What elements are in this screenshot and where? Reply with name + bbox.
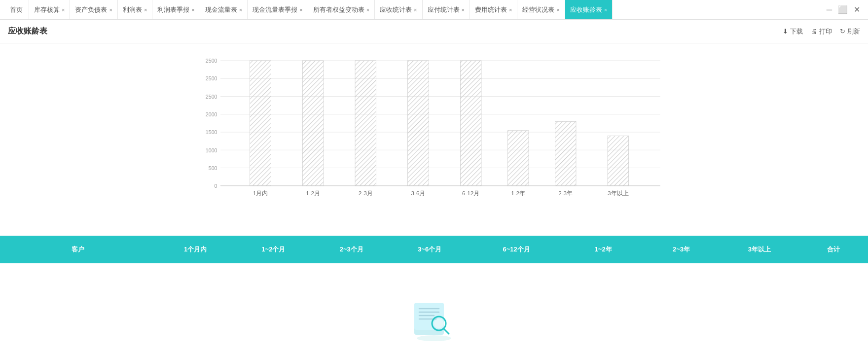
page-header: 应收账龄表 ⬇ 下载 🖨 打印 ↻ 刷新 — [0, 20, 868, 43]
svg-text:1-2年: 1-2年 — [511, 190, 525, 196]
tab-label: 利润表季报 — [157, 5, 189, 14]
main-content: 2500 2500 2500 2000 1500 1000 500 0 — [0, 43, 868, 355]
svg-text:6-12月: 6-12月 — [462, 190, 479, 196]
close-icon[interactable]: × — [509, 7, 512, 13]
col-label: 1~2年 — [595, 245, 612, 254]
tab-label: 费用统计表 — [475, 5, 507, 14]
header-actions: ⬇ 下载 🖨 打印 ↻ 刷新 — [783, 27, 860, 36]
col-label: 6~12个月 — [503, 245, 530, 254]
bar-3yplus — [608, 136, 629, 185]
col-label: 3~6个月 — [418, 245, 441, 254]
tab-ar-stat[interactable]: 应收统计表 × — [375, 0, 422, 20]
tab-label: 经营状况表 — [522, 5, 554, 14]
svg-text:2-3年: 2-3年 — [558, 190, 573, 196]
svg-point-26 — [417, 335, 451, 341]
print-label: 打印 — [819, 27, 832, 36]
svg-line-35 — [444, 329, 449, 334]
chart-area: 2500 2500 2500 2000 1500 1000 500 0 — [0, 43, 868, 236]
download-button[interactable]: ⬇ 下载 — [783, 27, 803, 36]
svg-text:2500: 2500 — [206, 75, 217, 81]
tab-balance[interactable]: 资产负债表 × — [70, 0, 117, 20]
close-icon[interactable]: × — [109, 7, 112, 13]
tab-equity[interactable]: 所有者权益变动表 × — [308, 0, 375, 20]
col-label: 1~2个月 — [261, 245, 285, 254]
svg-text:3-6月: 3-6月 — [411, 190, 426, 196]
empty-illustration — [404, 293, 464, 344]
col-label: 3年以上 — [748, 245, 771, 254]
svg-text:500: 500 — [209, 165, 217, 171]
page-title: 应收账龄表 — [8, 26, 47, 36]
svg-text:2500: 2500 — [206, 58, 217, 64]
col-header-1m: 1个月内 — [156, 245, 234, 254]
close-icon[interactable]: × — [144, 7, 147, 13]
col-header-1-2m: 1~2个月 — [234, 245, 312, 254]
close-icon[interactable]: × — [191, 7, 194, 13]
tab-label: 资产负债表 — [75, 5, 107, 14]
tab-label: 应付统计表 — [428, 5, 460, 14]
empty-area — [0, 263, 868, 355]
tab-inventory[interactable]: 库存核算 × — [29, 0, 70, 20]
col-label: 2~3年 — [673, 245, 690, 254]
svg-text:1-2月: 1-2月 — [306, 190, 320, 196]
col-header-3y: 3年以上 — [721, 245, 798, 254]
bar-1-2m — [302, 61, 324, 186]
svg-text:0: 0 — [215, 183, 217, 189]
tab-home[interactable]: 首页 — [4, 0, 29, 20]
col-header-customer: 客户 — [0, 245, 156, 254]
bar-2-3m — [355, 61, 376, 186]
tab-home-label: 首页 — [10, 5, 23, 14]
close-icon[interactable]: × — [366, 7, 369, 13]
close-icon[interactable]: × — [299, 7, 302, 13]
tab-cashflow[interactable]: 现金流量表 × — [200, 0, 248, 20]
tab-cashflow-q[interactable]: 现金流量表季报 × — [248, 0, 308, 20]
download-icon: ⬇ — [783, 28, 788, 35]
tab-expense[interactable]: 费用统计表 × — [470, 0, 517, 20]
close-icon[interactable]: × — [462, 7, 465, 13]
tab-label: 应收统计表 — [380, 5, 412, 14]
print-button[interactable]: 🖨 打印 — [811, 27, 832, 36]
tab-profit[interactable]: 利润表 × — [118, 0, 152, 20]
svg-text:1000: 1000 — [206, 147, 217, 153]
col-header-2-3y: 2~3年 — [642, 245, 720, 254]
svg-text:2-3月: 2-3月 — [359, 190, 373, 196]
tab-ar-aging[interactable]: 应收账龄表 × — [565, 0, 613, 20]
bar-1m — [250, 61, 271, 186]
bar-1-2y — [507, 131, 529, 186]
close-icon[interactable]: × — [604, 7, 607, 13]
tab-label: 现金流量表 — [205, 5, 237, 14]
tab-ap-stat[interactable]: 应付统计表 × — [423, 0, 470, 20]
col-label: 客户 — [72, 245, 84, 254]
col-header-1-2y: 1~2年 — [564, 245, 642, 254]
svg-text:1月内: 1月内 — [253, 190, 268, 196]
bar-6-12m — [460, 61, 481, 186]
close-icon[interactable]: × — [556, 7, 559, 13]
tab-operation[interactable]: 经营状况表 × — [517, 0, 565, 20]
close-icon[interactable]: × — [62, 7, 65, 13]
empty-icon — [404, 293, 464, 342]
svg-text:3年以上: 3年以上 — [608, 190, 629, 196]
maximize-button[interactable]: ⬜ — [838, 5, 848, 14]
col-header-2-3m: 2~3个月 — [313, 245, 391, 254]
download-label: 下载 — [790, 27, 803, 36]
tab-profit-q[interactable]: 利润表季报 × — [152, 0, 200, 20]
close-button[interactable]: ✕ — [854, 5, 860, 14]
minimize-button[interactable]: ─ — [827, 5, 832, 14]
print-icon: 🖨 — [811, 28, 817, 35]
close-icon[interactable]: × — [414, 7, 417, 13]
refresh-label: 刷新 — [847, 27, 860, 36]
col-label: 合计 — [827, 245, 840, 254]
col-label: 1个月内 — [184, 245, 207, 254]
tab-label: 所有者权益变动表 — [313, 5, 364, 14]
tab-label: 利润表 — [123, 5, 142, 14]
col-label: 2~3个月 — [340, 245, 363, 254]
refresh-button[interactable]: ↻ 刷新 — [840, 27, 860, 36]
tab-bar: 首页 库存核算 × 资产负债表 × 利润表 × 利润表季报 × 现金流量表 × … — [0, 0, 868, 20]
svg-text:2000: 2000 — [206, 111, 217, 117]
tab-label: 库存核算 — [34, 5, 60, 14]
tab-label: 应收账龄表 — [570, 5, 602, 14]
tab-label: 现金流量表季报 — [253, 5, 297, 14]
window-controls: ─ ⬜ ✕ — [827, 5, 864, 14]
svg-point-34 — [434, 319, 444, 328]
col-header-3-6m: 3~6个月 — [391, 245, 469, 254]
close-icon[interactable]: × — [239, 7, 242, 13]
